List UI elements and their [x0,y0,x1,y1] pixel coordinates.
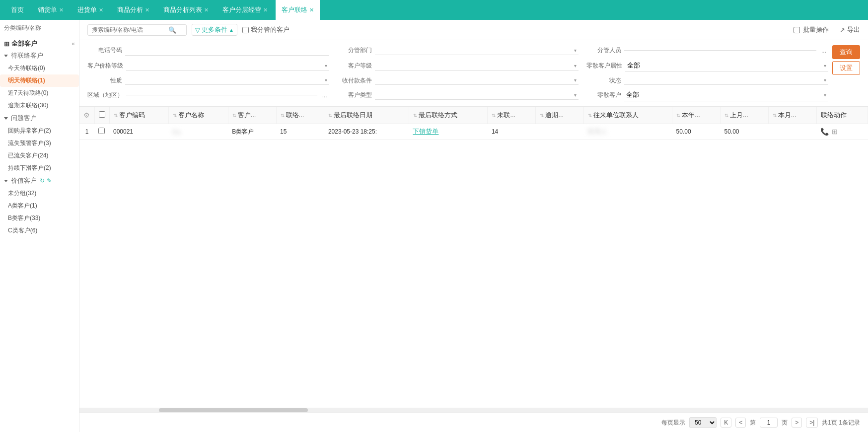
sidebar-collapse-icon[interactable]: « [72,40,75,47]
nav-product-analysis-list[interactable]: 商品分析列表 ✕ [157,0,215,20]
first-page-btn[interactable]: K [721,418,731,428]
my-customers-check[interactable] [242,27,249,33]
th-type-sort-icon: ⇅ [232,113,236,118]
filter-grade-select[interactable]: ▾ [375,62,579,71]
value-customer-refresh-icon[interactable]: ↻ [40,177,45,184]
close-purchase-icon[interactable]: ✕ [99,7,103,13]
th-this-month-sort-icon: ⇅ [773,113,777,118]
filter-row-1: 电话号码 分管部门 ▾ 分管人员 [87,45,828,56]
last-page-btn[interactable]: >| [806,418,818,428]
th-last-method-sort-icon: ⇅ [413,113,417,118]
nav-home[interactable]: 首页 [5,0,30,20]
close-customer-tier-icon[interactable]: ✕ [263,7,268,13]
sidebar-item-churned[interactable]: 已流失客户(24) [0,149,79,162]
th-last-date-sort-icon: ⇅ [328,113,332,118]
top-navigation: 首页 销货单 ✕ 进货单 ✕ 商品分析 ✕ 商品分析列表 ✕ 客户分层经营 ✕ … [0,0,868,20]
th-last-method: ⇅ 最后联络方式 [409,107,487,124]
search-input[interactable] [92,26,166,33]
nav-customer-contact[interactable]: 客户联络 ✕ [276,0,320,20]
last-method-link[interactable]: 下销货单 [413,128,438,135]
filter-payment-label: 收付款条件 [337,76,372,85]
sidebar-search-input[interactable] [4,24,78,31]
nav-purchase[interactable]: 进货单 ✕ [72,0,109,20]
td-code: 000021 [109,124,169,140]
sidebar-group-value: 价值客户 ↻ ✎ [0,174,79,187]
value-customer-edit-icon[interactable]: ✎ [47,177,52,184]
horizontal-scrollbar[interactable] [79,408,868,413]
close-product-analysis-icon[interactable]: ✕ [145,7,149,13]
td-overdue [536,124,584,140]
td-last-date: 2023-05-23 18:25: [324,124,409,140]
close-customer-contact-icon[interactable]: ✕ [309,7,314,13]
filter-status-select[interactable]: ▾ [624,76,828,85]
filter-retail-select[interactable]: 全部 ▾ [624,89,828,101]
settings-button[interactable]: 设置 [832,61,860,75]
sidebar-item-7days[interactable]: 近7天待联络(0) [0,87,79,99]
filter-retail-label: 零散客户 [586,91,621,99]
sidebar-item-tomorrow[interactable]: 明天待联络(1) [0,74,79,87]
filter-retail-attr-select[interactable]: 全部 ▾ [625,60,828,72]
filter-phone-input[interactable] [125,45,329,56]
sidebar-item-class-b[interactable]: B类客户(33) [0,212,79,224]
filter-type-label: 客户类型 [337,91,372,99]
page-input[interactable] [760,418,778,428]
close-sales-icon[interactable]: ✕ [59,7,64,13]
sidebar-all-customers-section: ⊞ 全部客户 « [0,36,79,49]
sidebar-item-churn-warning[interactable]: 流失预警客户(3) [0,137,79,149]
query-button[interactable]: 查询 [832,45,860,59]
nav-product-analysis[interactable]: 商品分析 ✕ [111,0,155,20]
filter-icon: ▽ [195,26,200,34]
sidebar-item-abnormal[interactable]: 回购异常客户(2) [0,125,79,137]
td-contact: 15 [276,124,324,140]
export-btn[interactable]: ↗ 导出 [840,25,860,34]
td-name: Ea [169,124,228,140]
sidebar-item-class-c[interactable]: C类客户(6) [0,224,79,237]
select-all-checkbox[interactable] [99,111,105,118]
filter-payment-select[interactable]: ▾ [375,76,579,85]
batch-op-check[interactable] [794,27,800,33]
filter-retail: 零散客户 全部 ▾ [586,89,828,101]
filter-price-grade: 客户价格等级 ▾ [87,62,329,71]
filter-dept-label: 分管部门 [337,46,372,55]
filter-phone-label: 电话号码 [87,46,122,55]
th-overdue: ⇅ 逾期... [536,107,584,124]
chevron-down-icon: ▾ [574,92,577,98]
nav-sales[interactable]: 销货单 ✕ [32,0,70,20]
grid-action-icon[interactable]: ⊞ [832,128,838,136]
more-conditions-btn[interactable]: ▽ 更多条件 ▲ [192,24,237,36]
scrollbar-thumb[interactable] [159,408,308,412]
sidebar-item-today[interactable]: 今天待联络(0) [0,62,79,74]
per-page-select[interactable]: 50 100 [689,417,717,428]
filter-type-select[interactable]: ▾ [375,91,579,100]
sidebar-item-ungrouped[interactable]: 未分组(32) [0,187,79,200]
search-icon[interactable]: 🔍 [168,26,176,34]
td-num: 1 [79,124,94,140]
filter-person-ellipsis[interactable]: ... [819,47,828,54]
chevron-down-icon: ▾ [574,48,577,53]
batch-op-btn[interactable]: 批量操作 [794,25,829,34]
chevron-down-icon: ▾ [574,63,577,69]
sidebar-item-class-a[interactable]: A类客户(1) [0,200,79,212]
filter-dept-select[interactable]: ▾ [375,46,579,55]
next-page-btn[interactable]: > [792,418,802,428]
th-this-month: ⇅ 本月... [768,107,816,124]
th-contact-person-sort-icon: ⇅ [588,113,592,118]
export-icon: ↗ [840,26,845,34]
phone-action-icon[interactable]: 📞 [820,128,829,136]
sidebar-item-declining[interactable]: 持续下滑客户(2) [0,162,79,174]
my-customers-checkbox[interactable]: 我分管的客户 [242,25,289,34]
nav-customer-tier[interactable]: 客户分层经营 ✕ [217,0,274,20]
close-product-list-icon[interactable]: ✕ [204,7,209,13]
filter-region-ellipsis[interactable]: ... [320,92,329,99]
chevron-down-icon: ▾ [574,77,577,83]
table-settings-icon[interactable]: ⚙ [83,111,90,119]
filter-price-grade-select[interactable]: ▾ [126,62,329,71]
filter-nature-select[interactable]: ▾ [125,76,329,85]
chevron-down-icon: ▾ [325,63,327,69]
sidebar-item-overdue[interactable]: 逾期未联络(30) [0,99,79,112]
row-checkbox[interactable] [98,128,105,134]
th-action: 联络动作 [816,107,868,124]
prev-page-btn[interactable]: < [735,418,746,428]
filter-grade-label: 客户等级 [337,62,372,70]
th-last-date: ⇅ 最后联络日期 [324,107,409,124]
